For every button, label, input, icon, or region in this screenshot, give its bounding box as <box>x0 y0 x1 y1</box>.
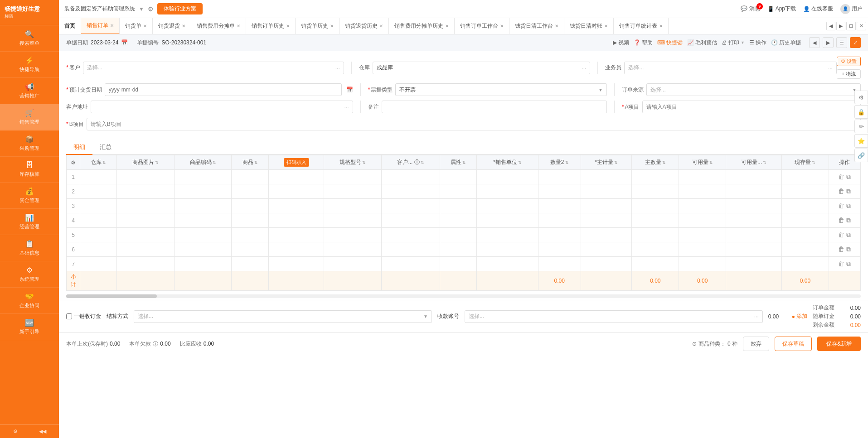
sidebar-item-search[interactable]: 🔍搜索菜单 <box>0 25 59 52</box>
customer-addr-input[interactable]: ··· <box>91 101 353 113</box>
tab-close-9[interactable]: ✕ <box>500 24 504 29</box>
col-header-unit[interactable]: *销售单位⇅ <box>477 155 538 170</box>
delete-icon-0[interactable]: 🗑 <box>838 173 844 181</box>
star-float-btn[interactable]: ⭐ <box>854 134 868 148</box>
col-header-qty2[interactable]: 数量2⇅ <box>538 155 581 170</box>
tab-close-7[interactable]: ✕ <box>379 24 383 29</box>
sidebar-settings-btn[interactable]: ⚙ <box>13 428 18 434</box>
tab-6[interactable]: 销货单历史✕ <box>296 18 339 34</box>
horizontal-scrollbar[interactable] <box>66 294 861 298</box>
calendar-icon[interactable]: 📅 <box>121 39 128 46</box>
customer-input[interactable]: 选择... ··· <box>83 62 344 74</box>
scan-btn[interactable]: 扫码录入 <box>284 158 309 167</box>
col-header-customer_code[interactable]: 客户... ⓘ⇅ <box>382 155 440 170</box>
delete-icon-2[interactable]: 🗑 <box>838 202 844 210</box>
tab-4[interactable]: 销售费用分摊单✕ <box>191 18 246 34</box>
col-header-warehouse[interactable]: 仓库⇅ <box>80 155 117 170</box>
delete-icon-4[interactable]: 🗑 <box>838 231 844 239</box>
setup-btn[interactable]: ⚙ 设置 <box>837 57 861 66</box>
sidebar-item-sales[interactable]: 🛒销售管理 <box>0 104 59 130</box>
sidebar-item-nav[interactable]: ⚡快捷导航 <box>0 52 59 78</box>
sidebar-item-guide[interactable]: 🆕新手引导 <box>0 314 59 340</box>
save-new-button[interactable]: 保存&新增 <box>817 337 861 351</box>
copy-icon-0[interactable]: ⧉ <box>846 173 851 181</box>
sidebar-item-system[interactable]: ⚙系统管理 <box>0 261 59 288</box>
delete-icon-3[interactable]: 🗑 <box>838 217 844 224</box>
col-header-available[interactable]: 可用量⇅ <box>679 155 726 170</box>
a-project-input[interactable] <box>642 101 861 113</box>
tab-close-4[interactable]: ✕ <box>237 24 240 29</box>
next-record-btn[interactable]: ▶ <box>823 37 834 48</box>
copy-icon-4[interactable]: ⧉ <box>846 231 851 239</box>
col-header-image[interactable]: 商品图片⇅ <box>117 155 175 170</box>
copy-icon-1[interactable]: ⧉ <box>846 188 851 195</box>
col-header-main_qty[interactable]: 主数量⇅ <box>632 155 679 170</box>
quickpay-checkbox[interactable]: 一键收订金 <box>66 313 101 320</box>
tab-2[interactable]: 销货单✕ <box>120 18 153 34</box>
tab-close-2[interactable]: ✕ <box>143 24 147 29</box>
copy-icon-6[interactable]: ⧉ <box>846 260 851 268</box>
link-float-btn[interactable]: 🔗 <box>854 149 868 162</box>
invoice-type-select[interactable]: 不开票 ▼ <box>395 83 607 96</box>
sidebar-item-enterprise[interactable]: 🤝企业协同 <box>0 288 59 314</box>
tab-5[interactable]: 销售订单历史✕ <box>246 18 296 34</box>
message-badge[interactable]: 💬 9 消息 <box>741 5 760 13</box>
tab-close-10[interactable]: ✕ <box>555 24 558 29</box>
tab-prev-btn[interactable]: ◀ <box>826 22 835 30</box>
view-video-btn[interactable]: ▶ 视频 <box>613 39 629 47</box>
b-project-input[interactable] <box>87 118 861 130</box>
remark-input[interactable] <box>382 101 607 113</box>
sidebar-collapse-btn[interactable]: ◀◀ <box>39 428 46 434</box>
col-header-main_unit[interactable]: *主计量⇅ <box>581 155 632 170</box>
topbar-dropdown-icon[interactable]: ▼ <box>139 6 144 12</box>
tab-close-6[interactable]: ✕ <box>330 24 334 29</box>
tab-12[interactable]: 销售订单统计表✕ <box>614 18 669 34</box>
col-header-available2[interactable]: 可用量...⇅ <box>726 155 782 170</box>
delete-icon-6[interactable]: 🗑 <box>838 260 844 268</box>
sidebar-item-finance[interactable]: 💰资金管理 <box>0 183 59 209</box>
tab-7[interactable]: 销货退货历史✕ <box>339 18 389 34</box>
settings-float-btn[interactable]: ⚙ <box>854 91 868 104</box>
tab-close-12[interactable]: ✕ <box>659 24 663 29</box>
content-tab-1[interactable]: 汇总 <box>92 140 119 155</box>
sidebar-item-operation[interactable]: 📊经营管理 <box>0 209 59 235</box>
tab-next-btn[interactable]: ▶ <box>836 22 845 30</box>
prev-record-btn[interactable]: ◀ <box>809 37 820 48</box>
account-select[interactable]: 选择... ··· <box>465 310 763 323</box>
quickpay-check-input[interactable] <box>66 313 72 319</box>
warehouse-value[interactable]: 成品库 ··· <box>373 62 591 74</box>
delivery-date-input[interactable] <box>105 83 342 96</box>
user-avatar[interactable]: 👤 用户 <box>840 4 863 14</box>
industry-btn[interactable]: 体验行业方案 <box>157 3 203 14</box>
copy-icon-3[interactable]: ⧉ <box>846 217 851 224</box>
tab-9[interactable]: 销售订单工作台✕ <box>455 18 509 34</box>
sidebar-item-purchase[interactable]: 📦采购管理 <box>0 130 59 157</box>
topbar-settings-icon[interactable]: ⚙ <box>148 5 154 13</box>
tab-close-1[interactable]: ✕ <box>110 23 114 28</box>
edit-float-btn[interactable]: ✏ <box>854 120 868 133</box>
col-header-code[interactable]: 商品编码⇅ <box>174 155 232 170</box>
col-header-attr[interactable]: 属性⇅ <box>440 155 477 170</box>
sidebar-item-basic[interactable]: 📋基础信息 <box>0 235 59 261</box>
col-header-name[interactable]: 商品⇅ <box>232 155 268 170</box>
discard-button[interactable]: 放弃 <box>743 337 769 351</box>
tab-8[interactable]: 销售费用分摊单历史✕ <box>389 18 455 34</box>
tab-3[interactable]: 销货退货✕ <box>153 18 191 34</box>
delete-icon-1[interactable]: 🗑 <box>838 188 844 195</box>
copy-icon-5[interactable]: ⧉ <box>846 245 851 253</box>
print-btn[interactable]: 🖨 打印 ▼ <box>722 39 745 47</box>
online-support[interactable]: 👤 在线客服 <box>803 5 833 13</box>
tab-0[interactable]: 首页 <box>59 18 81 34</box>
app-download[interactable]: 📱 App下载 <box>767 5 796 13</box>
profit-btn[interactable]: 📈 毛利预估 <box>687 39 717 47</box>
sidebar-item-inventory[interactable]: 🗄库存核算 <box>0 157 59 183</box>
tab-expand-btn[interactable]: ⊞ <box>846 22 856 30</box>
staff-input[interactable]: 选择... ··· <box>624 62 837 74</box>
delete-icon-5[interactable]: 🗑 <box>838 245 844 253</box>
copy-icon-2[interactable]: ⧉ <box>846 202 851 210</box>
order-source-select[interactable]: 选择... ▼ <box>646 83 861 96</box>
tab-close-8[interactable]: ✕ <box>445 24 449 29</box>
col-header-stock[interactable]: 现存量⇅ <box>782 155 829 170</box>
content-tab-0[interactable]: 明细 <box>66 140 92 155</box>
tab-1[interactable]: 销售订单✕ <box>81 18 120 34</box>
